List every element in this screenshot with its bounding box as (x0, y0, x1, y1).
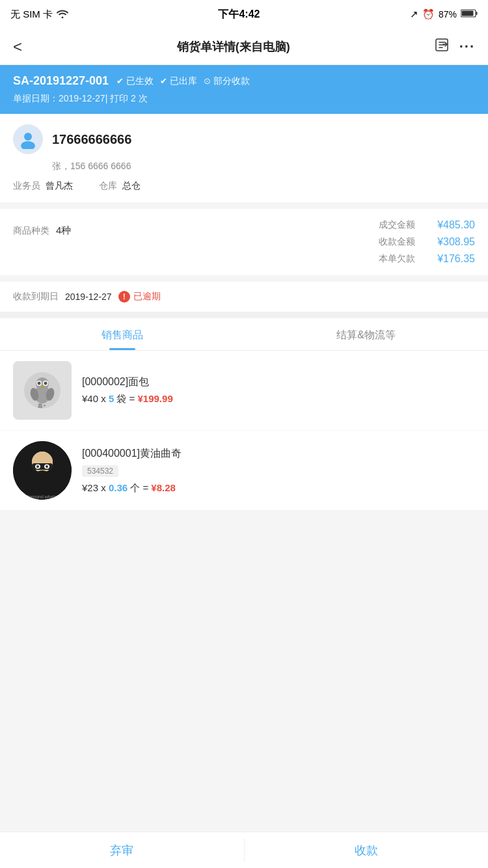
check-icon-1: ✔ (116, 76, 124, 86)
status-badges: ✔ 已生效 ✔ 已出库 ⊙ 部分收款 (116, 75, 250, 87)
warehouse-meta: 仓库 总仓 (99, 180, 141, 192)
bottom-bar: 弃审 收款 (0, 832, 488, 868)
deal-amount-label: 成交金额 (379, 219, 415, 231)
battery-text: 87% (439, 9, 457, 20)
clock-icon: ⊙ (204, 76, 211, 86)
overdue-badge: ! 已逾期 (118, 291, 161, 303)
wifi-icon (57, 9, 68, 20)
order-header-top: SA-20191227-001 ✔ 已生效 ✔ 已出库 ⊙ 部分收款 (13, 74, 475, 88)
svg-text:鑫+: 鑫+ (38, 403, 46, 409)
nav-bar: < 销货单详情(来自电脑) ··· (0, 29, 488, 65)
svg-point-23 (36, 465, 39, 468)
more-button[interactable]: ··· (459, 38, 475, 55)
received-value: ¥308.95 (423, 236, 475, 248)
category-row: 商品种类 4种 (13, 224, 71, 237)
product-total-2: ¥8.28 (151, 482, 176, 493)
customer-top: 17666666666 (13, 124, 475, 154)
customer-section: 17666666666 张，156 6666 6666 业务员 曾凡杰 仓库 总… (0, 114, 488, 202)
status-badge-effective: ✔ 已生效 (116, 75, 154, 87)
product-info-2: [000400001]黄油曲奇 534532 ¥23 x 0.36 个 = ¥8… (82, 447, 475, 495)
salesperson-meta: 业务员 曾凡杰 (13, 180, 73, 192)
svg-point-5 (21, 141, 35, 149)
avatar (13, 124, 43, 154)
battery-icon (461, 9, 478, 20)
nav-actions: ··· (435, 38, 475, 55)
order-header: SA-20191227-001 ✔ 已生效 ✔ 已出库 ⊙ 部分收款 单据日期：… (0, 65, 488, 114)
customer-phone: 17666666666 (52, 132, 131, 147)
status-bar: 无 SIM 卡 下午4:42 ↗ ⏰ 87% (0, 0, 488, 29)
svg-point-24 (46, 465, 48, 468)
svg-point-4 (24, 133, 32, 141)
status-right: ↗ ⏰ 87% (410, 8, 478, 20)
warehouse-value: 总仓 (122, 180, 141, 192)
salesperson-value: 曾凡杰 (46, 180, 73, 192)
svg-point-11 (38, 382, 41, 385)
customer-contact: 张，156 6666 6666 (13, 161, 475, 172)
deal-amount-value: ¥485.30 (423, 219, 475, 231)
received-amount-row: 收款金额 ¥308.95 (379, 236, 475, 248)
product-price-1: ¥40 x 5 袋 = ¥199.99 (82, 393, 475, 405)
due-section: 收款到期日 2019-12-27 ! 已逾期 (0, 282, 488, 312)
product-image-1: 鑫+ (13, 361, 72, 420)
category-label: 商品种类 (13, 225, 49, 237)
section-divider (0, 312, 488, 318)
svg-rect-1 (476, 12, 477, 15)
list-item: diamond whale [000400001]黄油曲奇 534532 ¥23… (0, 431, 488, 511)
svg-point-12 (44, 382, 47, 385)
customer-meta: 业务员 曾凡杰 仓库 总仓 (13, 180, 475, 192)
product-tag-2: 534532 (82, 465, 118, 477)
product-qty-2: 0.36 (109, 482, 128, 493)
check-icon-2: ✔ (160, 76, 167, 86)
product-info-1: [0000002]面包 ¥40 x 5 袋 = ¥199.99 (82, 375, 475, 405)
order-date: 单据日期：2019-12-27| 打印 2 次 (13, 93, 475, 105)
overdue-text: 已逾期 (133, 291, 161, 303)
product-image-2: diamond whale (13, 441, 72, 500)
product-price-2: ¥23 x 0.36 个 = ¥8.28 (82, 482, 475, 495)
status-badge-shipped: ✔ 已出库 (160, 75, 197, 87)
location-icon: ↗ (410, 8, 418, 20)
time-display: 下午4:42 (218, 8, 260, 21)
owed-value: ¥176.35 (423, 253, 475, 265)
category-count: 4种 (56, 224, 71, 237)
list-item: 鑫+ [0000002]面包 ¥40 x 5 袋 = ¥199.99 (0, 351, 488, 431)
product-name-2: [000400001]黄油曲奇 (82, 447, 475, 461)
status-left: 无 SIM 卡 (10, 8, 68, 21)
back-button[interactable]: < (13, 38, 33, 56)
summary-left: 商品种类 4种 (13, 219, 71, 237)
carrier-text: 无 SIM 卡 (10, 8, 53, 21)
tab-sales-products[interactable]: 销售商品 (0, 318, 244, 350)
warehouse-label: 仓库 (99, 180, 117, 192)
owed-amount-row: 本单欠款 ¥176.35 (379, 253, 475, 265)
product-name-1: [0000002]面包 (82, 375, 475, 389)
svg-rect-2 (461, 11, 473, 16)
overdue-icon: ! (118, 291, 130, 303)
order-id: SA-20191227-001 (13, 74, 109, 88)
product-total-1: ¥199.99 (138, 393, 173, 404)
confirm-button[interactable]: 收款 (245, 832, 489, 868)
page-title: 销货单详情(来自电脑) (33, 39, 435, 55)
cancel-button[interactable]: 弃审 (0, 832, 244, 868)
summary-section: 商品种类 4种 成交金额 ¥485.30 收款金额 ¥308.95 本单欠款 ¥… (0, 209, 488, 275)
tabs: 销售商品 结算&物流等 (0, 318, 488, 351)
salesperson-label: 业务员 (13, 180, 40, 192)
owed-label: 本单欠款 (379, 253, 415, 265)
svg-text:diamond whale: diamond whale (26, 495, 57, 499)
tab-settlement[interactable]: 结算&物流等 (244, 318, 488, 350)
product-list: 鑫+ [0000002]面包 ¥40 x 5 袋 = ¥199.99 (0, 351, 488, 511)
svg-rect-20 (32, 463, 53, 470)
export-button[interactable] (435, 38, 449, 55)
received-label: 收款金额 (379, 236, 415, 248)
alarm-icon: ⏰ (422, 8, 435, 20)
status-badge-partial: ⊙ 部分收款 (204, 75, 250, 87)
summary-right: 成交金额 ¥485.30 收款金额 ¥308.95 本单欠款 ¥176.35 (379, 219, 475, 265)
deal-amount-row: 成交金额 ¥485.30 (379, 219, 475, 231)
product-qty-1: 5 (109, 393, 114, 404)
due-date: 2019-12-27 (65, 292, 112, 302)
due-label: 收款到期日 (13, 291, 59, 303)
